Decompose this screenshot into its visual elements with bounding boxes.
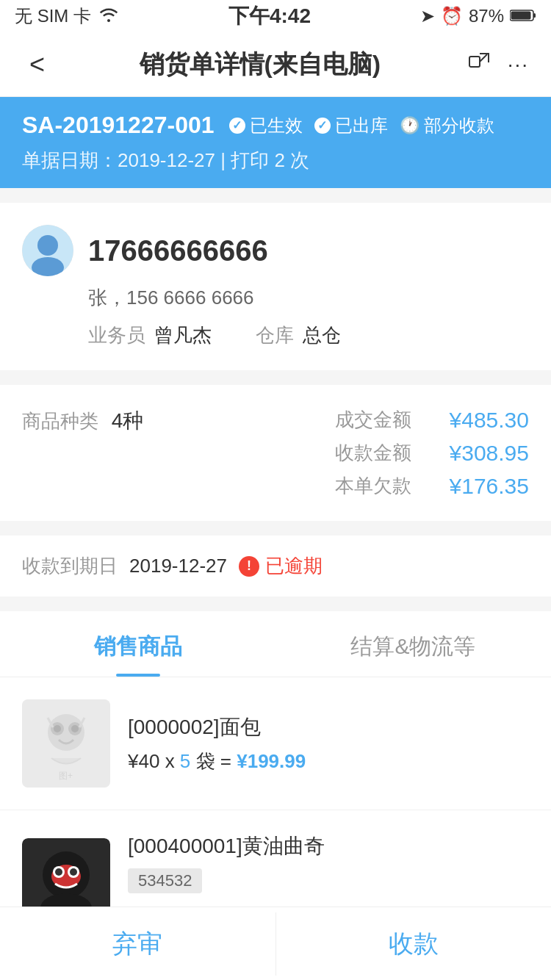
header-banner: SA-20191227-001 ✓ 已生效 ✓ 已出库 🕐 部分收款 单据日期：… [0,97,551,188]
banner-date: 单据日期：2019-12-27 | 打印 2 次 [22,148,529,173]
due-section: 收款到期日 2019-12-27 ! 已逾期 [0,536,551,597]
svg-rect-2 [511,12,530,20]
due-date-value: 2019-12-27 [129,555,227,577]
product-types-label: 商品种类 [22,410,98,432]
status-right: ➤ ⏰ 87% [420,6,536,26]
product-name-2: [000400001]黄油曲奇 [128,832,529,860]
product-sku-2: 534532 [128,868,202,893]
overdue-badge: ! 已逾期 [239,553,323,579]
svg-text:图+: 图+ [59,771,73,781]
owing-amount-row: 本单欠款 ¥176.35 [335,473,529,499]
location-icon: ➤ [420,6,435,26]
status-bar: 无 SIM 卡 下午4:42 ➤ ⏰ 87% [0,0,551,32]
page-title: 销货单详情(来自电脑) [140,48,381,82]
nav-actions: ··· [468,49,529,79]
tab-sales[interactable]: 销售商品 [0,611,276,677]
status-shipped: ✓ 已出库 [314,114,388,137]
avatar [22,225,73,276]
check-shipped-icon: ✓ [314,118,331,134]
battery-text: 87% [469,6,504,26]
svg-rect-1 [533,13,536,18]
back-button[interactable]: < [22,42,52,87]
customer-id: 17666666666 [88,234,268,267]
alarm-icon: ⏰ [441,6,463,26]
svg-point-19 [55,868,62,876]
product-types-value: 4种 [112,409,144,432]
warehouse-item: 仓库 总仓 [256,323,341,348]
battery-icon [510,6,536,26]
overdue-icon: ! [239,556,259,577]
salesperson-item: 业务员 曾凡杰 [88,323,212,348]
status-tags: ✓ 已生效 ✓ 已出库 🕐 部分收款 [229,114,494,137]
cancel-button[interactable]: 弃审 [0,912,276,976]
warehouse-value: 总仓 [303,323,341,348]
product-price-1: ¥40 x 5 袋 = ¥199.99 [128,749,529,774]
received-amount-label: 收款金额 [335,440,411,466]
check-effective-icon: ✓ [229,118,245,134]
svg-point-5 [37,235,58,256]
carrier-text: 无 SIM 卡 [15,4,91,28]
tabs-header: 销售商品 结算&物流等 [0,611,551,677]
customer-section: 17666666666 张，156 6666 6666 业务员 曾凡杰 仓库 总… [0,203,551,370]
product-name-1: [0000002]面包 [128,713,529,741]
more-icon[interactable]: ··· [508,53,529,76]
salesperson-label: 业务员 [88,323,145,348]
due-label: 收款到期日 [22,553,118,579]
nav-bar: < 销货单详情(来自电脑) ··· [0,32,551,97]
received-amount-value: ¥308.95 [426,441,529,466]
trading-amount-value: ¥485.30 [426,408,529,433]
customer-top: 17666666666 [22,225,529,276]
trading-amount-label: 成交金额 [335,407,411,433]
confirm-button[interactable]: 收款 [276,912,552,976]
summary-left: 商品种类 4种 [22,407,143,435]
order-number: SA-20191227-001 [22,112,215,139]
warehouse-label: 仓库 [256,323,294,348]
overdue-text: 已逾期 [265,553,323,579]
owing-amount-label: 本单欠款 [335,473,411,499]
status-time: 下午4:42 [228,2,311,30]
status-payment: 🕐 部分收款 [400,114,494,137]
clock-icon: 🕐 [400,116,419,135]
tabs-section: 销售商品 结算&物流等 图+ [0,611,551,955]
svg-point-12 [71,725,79,732]
received-amount-row: 收款金额 ¥308.95 [335,440,529,466]
status-effective: ✓ 已生效 [229,114,303,137]
tab-settlement[interactable]: 结算&物流等 [276,611,551,677]
banner-top: SA-20191227-001 ✓ 已生效 ✓ 已出库 🕐 部分收款 [22,112,529,139]
wifi-icon [98,6,119,26]
owing-amount-value: ¥176.35 [426,474,529,499]
salesperson-value: 曾凡杰 [154,323,212,348]
customer-meta: 业务员 曾凡杰 仓库 总仓 [88,323,529,348]
svg-point-11 [54,725,61,732]
product-thumbnail-1: 图+ [22,699,110,788]
summary-right: 成交金额 ¥485.30 收款金额 ¥308.95 本单欠款 ¥176.35 [335,407,529,499]
customer-contact: 张，156 6666 6666 [88,285,529,311]
status-left: 无 SIM 卡 [15,4,119,28]
product-info-1: [0000002]面包 ¥40 x 5 袋 = ¥199.99 [128,713,529,774]
svg-point-20 [70,868,77,876]
svg-rect-3 [469,57,480,67]
trading-amount-row: 成交金额 ¥485.30 [335,407,529,433]
summary-section: 商品种类 4种 成交金额 ¥485.30 收款金额 ¥308.95 本单欠款 ¥… [0,385,551,521]
bottom-bar: 弃审 收款 [0,907,551,980]
list-item: 图+ [0000002]面包 ¥40 x 5 袋 = ¥199.99 [0,677,551,810]
share-icon[interactable] [468,49,493,79]
